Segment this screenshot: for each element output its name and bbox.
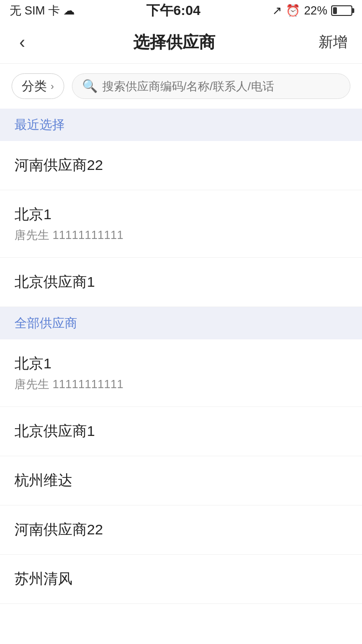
location-icon: ↗ — [272, 4, 282, 17]
back-button[interactable]: ‹ — [14, 28, 30, 57]
search-box: 🔍 — [72, 73, 350, 99]
list-item[interactable]: 河南供应商22 — [0, 141, 362, 190]
recent-list: 河南供应商22 北京1 唐先生 11111111111 北京供应商1 — [0, 141, 362, 307]
item-name: 北京供应商1 — [14, 421, 348, 441]
chevron-right-icon: › — [51, 81, 54, 92]
alarm-icon: ⏰ — [286, 4, 300, 17]
status-bar: 无 SIM 卡 ☁ 下午6:04 ↗ ⏰ 22% — [0, 0, 362, 21]
recent-section-header: 最近选择 — [0, 109, 362, 141]
list-item[interactable]: 北京1 唐先生 11111111111 — [0, 339, 362, 407]
battery-percent: 22% — [304, 4, 327, 17]
list-item[interactable]: 北京供应商1 — [0, 407, 362, 456]
sim-text: 无 SIM 卡 ☁ — [10, 3, 75, 18]
new-action-button[interactable]: 新增 — [319, 32, 348, 52]
item-sub: 唐先生 11111111111 — [14, 227, 348, 243]
item-name: 河南供应商22 — [14, 520, 348, 540]
nav-bar: ‹ 选择供应商 新增 — [0, 21, 362, 64]
status-right: ↗ ⏰ 22% — [272, 4, 352, 17]
filter-bar: 分类 › 🔍 — [0, 64, 362, 109]
category-label: 分类 — [22, 78, 47, 95]
all-list: 北京1 唐先生 11111111111 北京供应商1杭州维达河南供应商22苏州清… — [0, 339, 362, 604]
item-name: 北京1 — [14, 354, 348, 374]
item-name: 河南供应商22 — [14, 155, 348, 175]
item-name: 北京1 — [14, 205, 348, 224]
status-left: 无 SIM 卡 ☁ — [10, 3, 75, 18]
item-name: 苏州清风 — [14, 569, 348, 589]
page-title: 选择供应商 — [133, 31, 215, 54]
battery-icon — [331, 5, 352, 16]
list-item[interactable]: 河南供应商22 — [0, 505, 362, 555]
list-item[interactable]: 苏州清风 — [0, 555, 362, 604]
all-section-header: 全部供应商 — [0, 307, 362, 339]
category-filter-button[interactable]: 分类 › — [12, 73, 64, 99]
item-name: 杭州维达 — [14, 471, 348, 490]
status-time: 下午6:04 — [146, 1, 200, 20]
item-name: 北京供应商1 — [14, 272, 348, 292]
item-sub: 唐先生 11111111111 — [14, 377, 348, 392]
list-item[interactable]: 杭州维达 — [0, 456, 362, 505]
search-input[interactable] — [102, 80, 340, 93]
list-item[interactable]: 北京1 唐先生 11111111111 — [0, 190, 362, 258]
search-icon: 🔍 — [82, 79, 97, 94]
list-item[interactable]: 北京供应商1 — [0, 258, 362, 307]
